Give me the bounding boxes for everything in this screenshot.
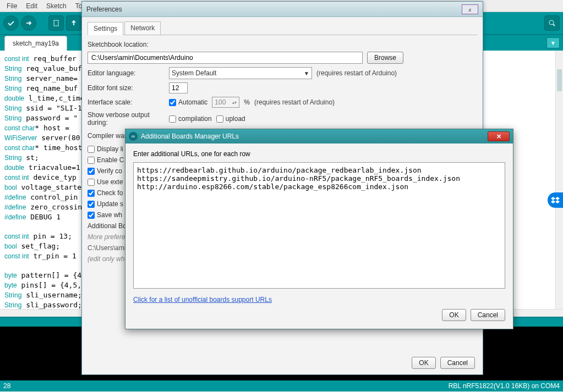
scale-percent-input[interactable]: 100▴▾ xyxy=(212,97,239,108)
check-for-checkbox[interactable] xyxy=(88,190,95,197)
serial-monitor-icon[interactable] xyxy=(544,15,560,31)
scale-automatic-checkbox[interactable] xyxy=(169,99,176,106)
prefs-titlebar: Preferences x xyxy=(82,2,483,17)
sketch-location-input[interactable] xyxy=(88,52,363,64)
unofficial-boards-link[interactable]: Click for a list of unofficial boards su… xyxy=(133,296,272,303)
verify-icon[interactable] xyxy=(3,15,19,31)
arduino-icon: ∞ xyxy=(129,132,138,141)
editor-language-label: Editor language: xyxy=(88,69,165,77)
status-board: RBL nRF51822(V1.0 16KB) on COM4 xyxy=(449,382,560,390)
interface-scale-label: Interface scale: xyxy=(88,98,165,106)
tab-menu-icon[interactable]: ▾ xyxy=(546,37,560,48)
tab-network[interactable]: Network xyxy=(124,21,161,35)
enable-code-checkbox[interactable] xyxy=(88,157,95,164)
dropbox-icon[interactable] xyxy=(548,192,563,208)
tab-settings[interactable]: Settings xyxy=(88,22,123,35)
prefs-ok-button[interactable]: OK xyxy=(412,357,435,369)
scale-auto-label: Automatic xyxy=(178,98,207,106)
use-external-label: Use exte xyxy=(97,178,123,186)
urls-title: Additional Boards Manager URLs xyxy=(141,132,239,140)
urls-hint: Enter additional URLs, one for each row xyxy=(133,150,505,158)
percent-label: % xyxy=(244,98,250,106)
save-when-label: Save wh xyxy=(97,211,122,219)
update-sketches-label: Update s xyxy=(97,200,123,208)
urls-titlebar: ∞ Additional Boards Manager URLs ✕ xyxy=(125,129,513,143)
urls-cancel-button[interactable]: Cancel xyxy=(471,309,505,321)
verbose-upload-checkbox[interactable] xyxy=(216,115,223,123)
urls-textarea[interactable] xyxy=(133,162,505,289)
urls-close-icon[interactable]: ✕ xyxy=(488,131,510,141)
prefs-title: Preferences xyxy=(86,5,122,13)
boards-urls-dialog: ∞ Additional Boards Manager URLs ✕ Enter… xyxy=(125,129,513,329)
upload-icon[interactable] xyxy=(21,15,36,31)
verbose-label: Show verbose output during: xyxy=(88,111,165,126)
restart-hint: (requires restart of Arduino) xyxy=(316,69,397,77)
urls-ok-button[interactable]: OK xyxy=(442,309,466,321)
enable-code-label: Enable C xyxy=(97,156,124,164)
open-icon[interactable] xyxy=(66,15,81,31)
prefs-cancel-button[interactable]: Cancel xyxy=(440,357,475,369)
sketch-tab[interactable]: sketch_may19a xyxy=(4,36,67,51)
display-line-checkbox[interactable] xyxy=(88,146,95,153)
close-icon[interactable]: x xyxy=(462,4,478,14)
verbose-compile-label: compilation xyxy=(178,115,212,123)
update-sketches-checkbox[interactable] xyxy=(88,201,95,208)
browse-button[interactable]: Browse xyxy=(367,52,403,64)
prefs-tabs: Settings Network xyxy=(88,21,477,35)
display-line-label: Display li xyxy=(97,145,123,153)
verbose-compilation-checkbox[interactable] xyxy=(169,115,176,123)
status-line-number: 28 xyxy=(3,382,10,390)
verbose-upload-label: upload xyxy=(226,115,245,123)
additional-boards-label: Additional Bo xyxy=(88,222,127,230)
svg-rect-0 xyxy=(54,20,58,26)
restart-hint-2: (requires restart of Arduino) xyxy=(254,98,335,106)
font-size-input[interactable] xyxy=(169,82,188,93)
svg-point-1 xyxy=(549,20,554,25)
menu-edit[interactable]: Edit xyxy=(21,1,42,11)
save-when-checkbox[interactable] xyxy=(88,212,95,219)
menu-file[interactable]: File xyxy=(2,1,21,11)
sketch-location-label: Sketchbook location: xyxy=(88,41,165,48)
verify-code-checkbox[interactable] xyxy=(88,168,95,175)
statusbar: 28 RBL nRF51822(V1.0 16KB) on COM4 xyxy=(0,380,563,391)
font-size-label: Editor font size: xyxy=(88,84,165,92)
editor-language-select[interactable]: System Default▼ xyxy=(169,67,312,79)
new-icon[interactable] xyxy=(48,15,64,31)
verify-code-label: Verify co xyxy=(97,167,122,175)
use-external-checkbox[interactable] xyxy=(88,179,95,186)
check-for-label: Check fo xyxy=(97,189,123,197)
menu-sketch[interactable]: Sketch xyxy=(42,1,71,11)
